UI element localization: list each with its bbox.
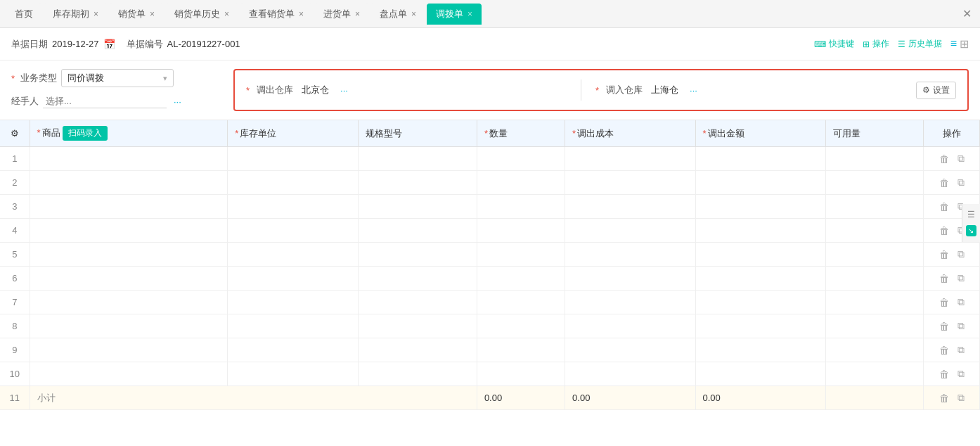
cell-spec[interactable]: [358, 195, 477, 219]
tab-close-inventory[interactable]: ×: [411, 10, 416, 18]
cell-amount[interactable]: [695, 219, 825, 243]
tab-view-sales[interactable]: 查看销货单 ×: [240, 4, 313, 25]
copy-icon[interactable]: ⧉: [956, 319, 966, 333]
cell-cost[interactable]: [565, 171, 695, 195]
cell-unit[interactable]: [228, 171, 358, 195]
cell-product[interactable]: [30, 267, 228, 291]
cell-unit[interactable]: [228, 219, 358, 243]
cell-product[interactable]: [30, 171, 228, 195]
list-view-icon[interactable]: ≡: [950, 37, 957, 51]
handler-input[interactable]: [43, 94, 167, 108]
tab-close-transfer[interactable]: ×: [468, 10, 472, 18]
delete-icon[interactable]: 🗑: [938, 272, 950, 286]
cell-available[interactable]: [825, 291, 923, 314]
cell-amount[interactable]: [695, 171, 825, 195]
cell-amount[interactable]: [695, 362, 825, 386]
cell-qty[interactable]: [477, 171, 565, 195]
delete-icon[interactable]: 🗑: [938, 391, 950, 405]
cell-product[interactable]: [30, 314, 228, 338]
delete-icon[interactable]: 🗑: [938, 200, 950, 214]
cell-available[interactable]: [825, 362, 923, 386]
tab-close-view-sales[interactable]: ×: [299, 10, 304, 18]
cell-qty[interactable]: [477, 219, 565, 243]
cell-available[interactable]: [825, 195, 923, 219]
cell-spec[interactable]: [358, 171, 477, 195]
cell-cost[interactable]: [565, 338, 695, 362]
cell-cost[interactable]: [565, 219, 695, 243]
copy-icon[interactable]: ⧉: [956, 151, 966, 166]
in-warehouse-more-btn[interactable]: ···: [690, 85, 697, 96]
sidebar-list-icon[interactable]: ☰: [967, 210, 975, 219]
copy-icon[interactable]: ⧉: [956, 295, 966, 310]
delete-icon[interactable]: 🗑: [938, 152, 950, 166]
grid-view-icon[interactable]: ⊞: [960, 37, 969, 51]
copy-icon[interactable]: ⧉: [956, 247, 966, 262]
tab-close-purchase[interactable]: ×: [355, 10, 360, 18]
cell-unit[interactable]: [228, 147, 358, 171]
tab-purchase[interactable]: 进货单 ×: [314, 4, 369, 25]
cell-cost[interactable]: [565, 147, 695, 171]
cell-spec[interactable]: [358, 362, 477, 386]
date-value[interactable]: 2019-12-27: [52, 39, 99, 49]
tab-inventory[interactable]: 盘点单 ×: [370, 4, 425, 25]
cell-unit[interactable]: [228, 338, 358, 362]
sidebar-expand-icon[interactable]: ↗: [966, 225, 976, 236]
delete-icon[interactable]: 🗑: [938, 176, 950, 190]
tab-transfer[interactable]: 调拨单 ×: [427, 4, 482, 25]
cell-cost[interactable]: [565, 267, 695, 291]
th-gear[interactable]: ⚙: [0, 120, 30, 147]
cell-available[interactable]: [825, 219, 923, 243]
delete-icon[interactable]: 🗑: [938, 367, 950, 381]
cell-spec[interactable]: [358, 219, 477, 243]
cell-qty[interactable]: [477, 243, 565, 267]
cell-available[interactable]: [825, 314, 923, 338]
cell-amount[interactable]: [695, 195, 825, 219]
out-warehouse-value[interactable]: 北京仓: [302, 84, 329, 96]
tab-close-sales-history[interactable]: ×: [224, 10, 229, 18]
scan-button[interactable]: 扫码录入: [63, 126, 108, 141]
cell-spec[interactable]: [358, 267, 477, 291]
cell-spec[interactable]: [358, 147, 477, 171]
cell-product[interactable]: [30, 147, 228, 171]
cell-unit[interactable]: [228, 314, 358, 338]
calendar-icon[interactable]: 📅: [103, 39, 115, 50]
cell-amount[interactable]: [695, 147, 825, 171]
cell-cost[interactable]: [565, 362, 695, 386]
delete-icon[interactable]: 🗑: [938, 224, 950, 238]
cell-cost[interactable]: [565, 314, 695, 338]
tab-sales-history[interactable]: 销货单历史 ×: [165, 4, 238, 25]
delete-icon[interactable]: 🗑: [938, 295, 950, 310]
cell-qty[interactable]: [477, 267, 565, 291]
cell-amount[interactable]: [695, 338, 825, 362]
tab-home[interactable]: 首页: [6, 4, 42, 25]
cell-available[interactable]: [825, 267, 923, 291]
in-warehouse-value[interactable]: 上海仓: [651, 84, 678, 96]
history-action[interactable]: ☰ 历史单据: [898, 38, 942, 50]
cell-spec[interactable]: [358, 291, 477, 314]
cell-spec[interactable]: [358, 338, 477, 362]
cell-cost[interactable]: [565, 243, 695, 267]
cell-available[interactable]: [825, 243, 923, 267]
out-warehouse-more-btn[interactable]: ···: [340, 85, 348, 96]
cell-unit[interactable]: [228, 195, 358, 219]
settings-button[interactable]: ⚙ 设置: [916, 82, 956, 99]
cell-product[interactable]: [30, 195, 228, 219]
cell-qty[interactable]: [477, 314, 565, 338]
operate-action[interactable]: ⊞ 操作: [863, 38, 889, 50]
cell-available[interactable]: [825, 147, 923, 171]
cell-qty[interactable]: [477, 195, 565, 219]
cell-unit[interactable]: [228, 267, 358, 291]
cell-product[interactable]: [30, 219, 228, 243]
cell-product[interactable]: [30, 243, 228, 267]
cell-amount[interactable]: [695, 267, 825, 291]
copy-icon[interactable]: ⧉: [956, 367, 966, 381]
cell-cost[interactable]: [565, 291, 695, 314]
cell-amount[interactable]: [695, 291, 825, 314]
cell-product[interactable]: [30, 338, 228, 362]
cell-product[interactable]: [30, 291, 228, 314]
gear-icon[interactable]: ⚙: [11, 128, 19, 139]
delete-icon[interactable]: 🗑: [938, 319, 950, 333]
copy-icon[interactable]: ⧉: [956, 175, 966, 190]
copy-icon[interactable]: ⧉: [956, 271, 966, 286]
cell-unit[interactable]: [228, 291, 358, 314]
